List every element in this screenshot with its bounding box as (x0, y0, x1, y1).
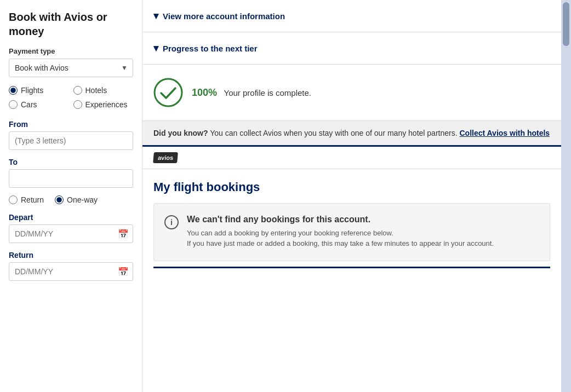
experiences-option[interactable]: Experiences (73, 100, 134, 109)
svg-point-0 (155, 79, 182, 106)
no-bookings-desc2: If you have just made or added a booking… (187, 239, 539, 247)
return-date-section: Return 📅 (9, 251, 133, 281)
bottom-divider (153, 267, 550, 268)
did-you-know-section: Did you know? You can collect Avios when… (142, 121, 561, 147)
view-more-row[interactable]: ▾ View more account information (142, 0, 561, 32)
collapse-icon-view-more: ▾ (153, 10, 158, 22)
no-bookings-box: i We can't find any bookings for this ac… (153, 203, 550, 261)
profile-complete-icon (153, 78, 183, 107)
cars-option[interactable]: Cars (9, 100, 69, 109)
return-date-label: Return (9, 251, 133, 260)
to-input[interactable] (9, 169, 133, 188)
payment-type-select-wrapper: Book with Avios Book with Money ▼ (9, 59, 133, 77)
return-label: Return (21, 195, 44, 204)
scrollbar[interactable] (561, 0, 571, 392)
return-input-wrapper: 📅 (9, 262, 133, 281)
travel-options: Flights Hotels Cars Experiences (9, 86, 133, 109)
depart-input-wrapper: 📅 (9, 224, 133, 243)
info-icon: i (164, 215, 179, 230)
flight-bookings-section: My flight bookings i We can't find any b… (142, 169, 561, 274)
return-radio[interactable] (9, 195, 18, 204)
flight-bookings-title: My flight bookings (153, 180, 550, 194)
collapse-icon-progress: ▾ (153, 42, 158, 54)
cars-radio[interactable] (9, 100, 18, 109)
to-section: To (9, 158, 133, 188)
depart-label: Depart (9, 213, 133, 222)
progress-tier-label: Progress to the next tier (163, 44, 258, 53)
cars-label: Cars (21, 100, 37, 109)
view-more-label: View more account information (163, 11, 285, 21)
flights-label: Flights (21, 86, 43, 95)
avios-badge: avios (153, 152, 178, 163)
one-way-radio[interactable] (55, 195, 64, 204)
payment-type-select[interactable]: Book with Avios Book with Money (9, 59, 133, 77)
scrollbar-thumb[interactable] (563, 2, 569, 46)
sidebar: Book with Avios or money Payment type Bo… (0, 0, 142, 392)
from-input[interactable] (9, 131, 133, 150)
did-you-know-prefix: Did you know? (153, 129, 208, 137)
profile-complete-text: Your profile is complete. (224, 88, 312, 97)
no-bookings-title: We can't find any bookings for this acco… (187, 215, 539, 224)
flights-radio[interactable] (9, 86, 18, 95)
to-label: To (9, 158, 133, 166)
progress-tier-row[interactable]: ▾ Progress to the next tier (142, 32, 561, 65)
main-content: ▾ View more account information ▾ Progre… (142, 0, 561, 392)
from-section: From (9, 120, 133, 150)
from-label: From (9, 120, 133, 129)
one-way-label: One-way (67, 195, 98, 204)
experiences-label: Experiences (85, 100, 128, 109)
one-way-option[interactable]: One-way (55, 195, 98, 204)
depart-section: Depart 📅 (9, 213, 133, 243)
hotels-option[interactable]: Hotels (73, 86, 134, 95)
no-bookings-desc1: You can add a booking by entering your b… (187, 229, 539, 237)
profile-complete-section: 100% Your profile is complete. (142, 65, 561, 121)
direction-options: Return One-way (9, 195, 133, 204)
avios-logo-bar: avios (142, 147, 561, 169)
svg-text:i: i (170, 218, 173, 227)
return-option[interactable]: Return (9, 195, 44, 204)
hotels-label: Hotels (85, 86, 107, 95)
collect-avios-link[interactable]: Collect Avios with hotels (459, 129, 550, 137)
sidebar-title: Book with Avios or money (9, 10, 133, 38)
depart-input[interactable] (9, 224, 133, 243)
flights-option[interactable]: Flights (9, 86, 69, 95)
payment-type-label: Payment type (9, 47, 133, 55)
experiences-radio[interactable] (73, 100, 82, 109)
return-input[interactable] (9, 262, 133, 281)
hotels-radio[interactable] (73, 86, 82, 95)
profile-text: 100% Your profile is complete. (192, 87, 311, 99)
did-you-know-text: You can collect Avios when you stay with… (210, 129, 457, 137)
profile-percent: 100% (192, 87, 217, 98)
